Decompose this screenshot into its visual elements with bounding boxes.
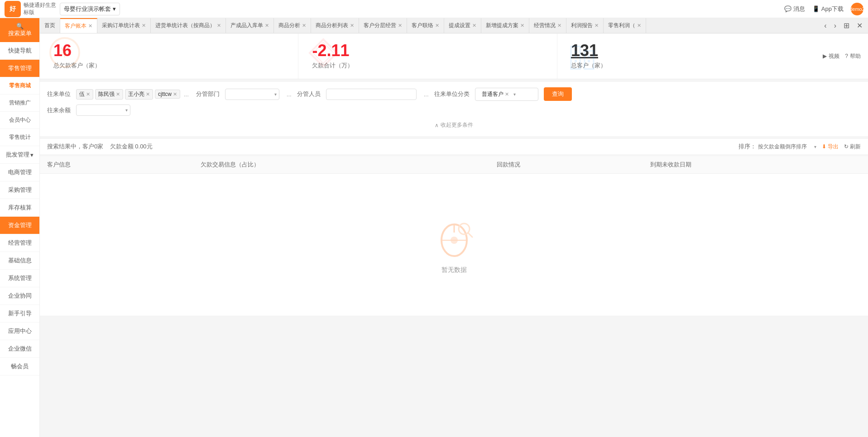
empty-state-icon (432, 215, 477, 261)
filter-category-wrap: 普通客户 ✕ ▾ (475, 88, 538, 101)
sidebar-item-search[interactable]: 🔍 搜索菜单 (0, 18, 39, 42)
sidebar-item-marketing[interactable]: 营销推广 (0, 95, 39, 112)
tab-close-reminder-settings[interactable]: ✕ (472, 23, 476, 28)
sidebar-item-retail-mall[interactable]: 零售商城 (0, 77, 39, 95)
sidebar-item-basic-info[interactable]: 基础信息 (0, 252, 39, 270)
filter-category-tags: 普通客户 ✕ (479, 90, 512, 99)
avatar[interactable]: demo2 (851, 3, 863, 15)
tab-purchase-orders[interactable]: 采购订单统计表 ✕ (97, 18, 151, 33)
tab-close-purchase-stats[interactable]: ✕ (217, 23, 221, 28)
tab-close-new-success-plan[interactable]: ✕ (520, 23, 524, 28)
filter-person-more[interactable]: ... (424, 91, 429, 98)
results-bar-right: 排序： 按欠款金额倒序排序 ▾ ⬇ 导出 ↻ 刷新 (739, 142, 861, 151)
sidebar-item-ecommerce-mgmt[interactable]: 电商管理 (0, 164, 39, 181)
app-download-btn[interactable]: 📱 App下载 (812, 5, 844, 13)
tab-prev-btn[interactable]: ‹ (821, 21, 829, 31)
help-link[interactable]: ? 帮助 (845, 52, 861, 60)
tab-close-customer-contact[interactable]: ✕ (435, 23, 439, 28)
content-area: 首页 客户账本 ✕ 采购订单统计表 ✕ 进货单统计表（按商品） ✕ 产成品入库单… (40, 18, 868, 437)
tab-product-analysis-list[interactable]: 商品分析列表 ✕ (311, 18, 359, 33)
tab-close-all-btn[interactable]: ✕ (854, 20, 865, 31)
filter-dept-select[interactable] (225, 89, 279, 100)
sort-label: 排序： (739, 142, 756, 151)
sidebar-item-member[interactable]: 畅会员 (0, 358, 39, 375)
sidebar-item-inventory[interactable]: 库存核算 (0, 199, 39, 217)
tab-close-business-status[interactable]: ✕ (557, 23, 561, 28)
filter-unit-more[interactable]: ... (182, 90, 191, 99)
tab-production-instock[interactable]: 产成品入库单 ✕ (226, 18, 274, 33)
sidebar-item-system-mgmt[interactable]: 系统管理 (0, 270, 39, 287)
tab-close-retail-profit[interactable]: ✕ (637, 23, 641, 28)
filter-row-unit: 往来单位 伍 ✕ 陈民强 ✕ 王小亮 ✕ (47, 87, 861, 101)
results-summary: 搜索结果中，客户0家 欠款金额 0.00元 (47, 142, 153, 151)
tab-close-production-instock[interactable]: ✕ (265, 23, 269, 28)
tab-new-success-plan[interactable]: 新增提成方案 ✕ (481, 18, 529, 33)
help-icon: ? (845, 53, 848, 59)
logo-text: 畅捷通好生意 标版 (24, 2, 56, 16)
sidebar-item-retail-stats[interactable]: 零售统计 (0, 129, 39, 146)
tab-close-profit-report[interactable]: ✕ (595, 23, 599, 28)
sidebar-item-member-center[interactable]: 会员中心 (0, 112, 39, 129)
filter-person-input[interactable] (326, 89, 417, 100)
tab-product-analysis[interactable]: 商品分析 ✕ (274, 18, 311, 33)
sidebar-item-purchase-mgmt[interactable]: 采购管理 (0, 181, 39, 199)
sidebar-item-new-guide[interactable]: 新手引导 (0, 305, 39, 323)
filter-tag-wu: 伍 ✕ (76, 89, 93, 100)
sidebar-item-enterprise-wechat[interactable]: 企业微信 (0, 340, 39, 358)
filter-unit-label: 往来单位 (47, 90, 71, 98)
tab-purchase-stats[interactable]: 进货单统计表（按商品） ✕ (151, 18, 226, 33)
tab-accounts[interactable]: 客户账本 ✕ (60, 18, 97, 33)
video-link[interactable]: ▶ 视频 (823, 52, 839, 60)
filter-balance-select[interactable] (76, 104, 130, 116)
export-icon: ⬇ (822, 143, 826, 150)
tab-bar-actions: ‹ › ⊞ ✕ (819, 20, 868, 31)
tab-close-product-analysis[interactable]: ✕ (302, 23, 306, 28)
tab-close-customer-segment[interactable]: ✕ (398, 23, 402, 28)
tab-close-product-analysis-list[interactable]: ✕ (350, 23, 354, 28)
tab-retail-profit[interactable]: 零售利润（ ✕ (604, 18, 646, 33)
tab-home[interactable]: 首页 (40, 18, 60, 33)
export-btn[interactable]: ⬇ 导出 (822, 143, 839, 151)
filter-balance-label: 往来余额 (47, 106, 71, 114)
main-layout: 🔍 搜索菜单 快捷导航 零售管理 零售商城 营销推广 会员中心 零售统计 批发管… (0, 18, 868, 437)
refresh-icon: ↻ (844, 143, 849, 150)
tab-customer-contact[interactable]: 客户联络 ✕ (407, 18, 444, 33)
message-icon: 💬 (784, 5, 791, 12)
chevron-down-icon: ▾ (30, 152, 34, 158)
remove-tag-wu[interactable]: ✕ (86, 91, 90, 97)
filter-dept-more[interactable]: ... (287, 91, 292, 98)
sidebar-item-app-center[interactable]: 应用中心 (0, 323, 39, 340)
workspace-selector[interactable]: 母婴行业演示帐套 ▾ (60, 3, 120, 15)
remove-tag-cjttcw[interactable]: ✕ (173, 91, 177, 97)
svg-line-16 (468, 233, 472, 237)
tab-profit-report[interactable]: 利润报告 ✕ (566, 18, 604, 33)
sidebar-item-finance-mgmt[interactable]: 资金管理 (0, 217, 39, 234)
remove-tag-chen[interactable]: ✕ (116, 91, 120, 97)
tab-bar: 首页 客户账本 ✕ 采购订单统计表 ✕ 进货单统计表（按商品） ✕ 产成品入库单… (40, 18, 868, 33)
tab-reminder-settings[interactable]: 提成设置 ✕ (444, 18, 481, 33)
sort-dropdown[interactable]: 按欠款金额倒序排序 (758, 143, 812, 150)
sidebar-item-quick-nav[interactable]: 快捷导航 (0, 42, 39, 60)
tab-next-btn[interactable]: › (831, 21, 839, 31)
tab-business-status[interactable]: 经营情况 ✕ (529, 18, 566, 33)
sidebar-item-wholesale-mgmt[interactable]: 批发管理 ▾ (0, 146, 39, 164)
sidebar-item-operations-mgmt[interactable]: 经营管理 (0, 234, 39, 252)
collapse-filters-btn[interactable]: ∧ 收起更多条件 (47, 119, 861, 131)
logo-area: 好 畅捷通好生意 标版 (5, 1, 56, 17)
filter-row-balance: 往来余额 ▾ (47, 104, 861, 116)
remove-tag-normal-customer[interactable]: ✕ (505, 91, 509, 97)
chevron-up-icon: ∧ (435, 122, 439, 128)
tab-customer-segment[interactable]: 客户分层经营 ✕ (359, 18, 407, 33)
sidebar-item-retail-mgmt[interactable]: 零售管理 (0, 60, 39, 77)
tab-expand-btn[interactable]: ⊞ (841, 20, 852, 31)
query-button[interactable]: 查询 (544, 87, 572, 101)
tab-close-purchase-orders[interactable]: ✕ (142, 23, 146, 28)
refresh-btn[interactable]: ↻ 刷新 (844, 143, 861, 151)
stat-block-customers: ¥ 16 总欠款客户（家） (40, 33, 298, 79)
tab-close-accounts[interactable]: ✕ (88, 23, 92, 29)
filter-tag-chen: 陈民强 ✕ (95, 89, 123, 100)
remove-tag-wang[interactable]: ✕ (146, 91, 150, 97)
sidebar-item-enterprise-collab[interactable]: 企业协同 (0, 287, 39, 305)
messages-btn[interactable]: 💬 消息 (784, 5, 805, 13)
category-arrow-icon: ▾ (513, 92, 516, 97)
